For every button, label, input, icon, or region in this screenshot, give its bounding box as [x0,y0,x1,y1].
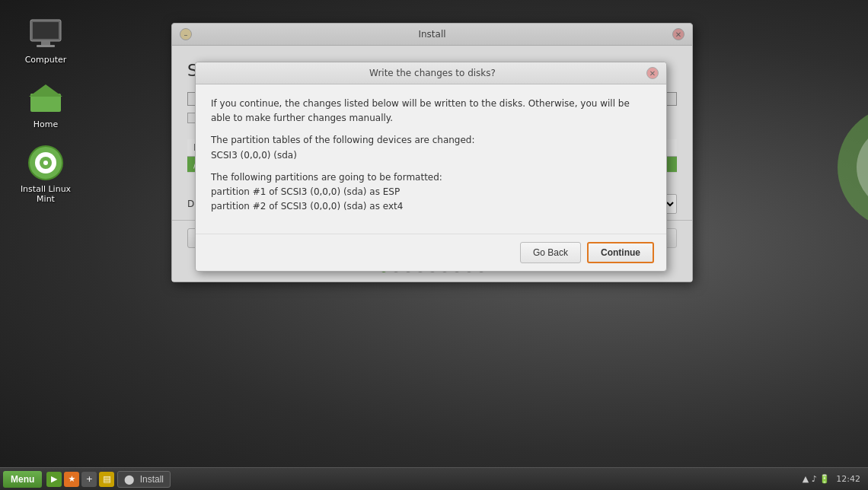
taskbar-install-icon: ⬤ [124,474,134,485]
dialog-title: Write the changes to disks? [219,68,646,78]
dialog-overlay: Write the changes to disks? ✕ If you con… [172,24,692,282]
svg-point-10 [43,161,48,165]
home-label: Home [34,119,58,129]
svg-rect-1 [33,22,59,39]
desktop: Computer Home Install Lin [0,0,868,490]
write-changes-dialog: Write the changes to disks? ✕ If you con… [195,62,667,272]
computer-label: Computer [25,55,67,65]
menu-button[interactable]: Menu [3,471,42,488]
svg-rect-2 [41,41,50,45]
taskbar-icon-green[interactable]: ▶ [46,472,62,487]
taskbar-time: 12:42 [836,474,860,484]
install-mint-label: Install Linux Mint [15,184,76,204]
taskbar-icons: ▶ ★ + ▤ [46,472,114,487]
continue-button[interactable]: Continue [587,242,654,263]
taskbar-install-button[interactable]: ⬤ Install [117,471,171,488]
mint-decoration [777,91,868,190]
taskbar-icon-orange[interactable]: ★ [64,472,79,487]
taskbar: Menu ▶ ★ + ▤ ⬤ Install ▲ ♪ 🔋 12:42 [0,467,868,490]
dialog-body: If you continue, the changes listed belo… [196,84,666,234]
home-icon[interactable]: Home [15,80,76,129]
dialog-close-button[interactable]: ✕ [646,67,659,79]
dialog-section1: The partition tables of the following de… [211,133,651,162]
go-back-button[interactable]: Go Back [520,242,581,263]
install-window: – Install ✕ Something else [171,23,693,282]
dialog-footer: Go Back Continue [196,234,666,271]
dialog-titlebar: Write the changes to disks? ✕ [196,62,666,84]
desktop-icons: Computer Home Install Lin [15,15,76,204]
svg-marker-6 [29,84,62,97]
computer-icon[interactable]: Computer [15,15,76,65]
taskbar-right: ▲ ♪ 🔋 12:42 [803,474,865,484]
install-mint-icon[interactable]: Install Linux Mint [15,145,76,204]
dialog-section2: The following partitions are going to be… [211,170,651,215]
svg-rect-3 [37,45,55,47]
dialog-intro: If you continue, the changes listed belo… [211,97,651,126]
taskbar-icon-gray[interactable]: + [81,472,97,487]
taskbar-icon-folder[interactable]: ▤ [99,472,114,487]
taskbar-icons-right: ▲ ♪ 🔋 [803,474,830,484]
